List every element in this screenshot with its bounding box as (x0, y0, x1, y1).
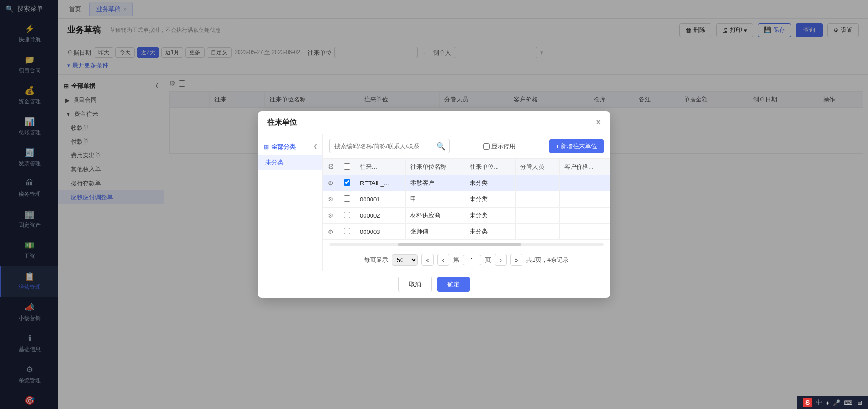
row-gear-icon[interactable]: ⚙ (328, 196, 333, 203)
search-icon[interactable]: 🔍 (433, 139, 449, 153)
prev-page-btn[interactable]: ‹ (437, 254, 449, 266)
th-settings: ⚙ (323, 159, 339, 175)
row-manager-cell (516, 175, 560, 191)
row-settings-cell: ⚙ (323, 208, 339, 224)
taskbar-cn-icon: 中 (816, 398, 822, 407)
th-category: 往来单位... (465, 159, 516, 175)
row-checkbox[interactable] (344, 212, 350, 218)
row-checkbox-cell (339, 175, 355, 191)
row-name-cell: 材料供应商 (405, 208, 465, 224)
dialog-header: 往来单位 × (258, 111, 610, 134)
row-category-cell: 未分类 (465, 191, 516, 208)
confirm-label: 确定 (447, 281, 459, 288)
page-input[interactable] (463, 255, 481, 265)
dialog-left-header-label: 全部分类 (271, 143, 296, 151)
th-checkbox (339, 159, 355, 175)
row-checkbox-cell (339, 224, 355, 240)
page-unit: 页 (485, 256, 491, 264)
row-price-cell (560, 191, 610, 208)
total-label: 共1页，4条记录 (526, 256, 569, 264)
per-page-label: 每页显示 (364, 256, 388, 264)
dialog-toolbar: 🔍 显示停用 + 新增往来单位 (323, 134, 610, 158)
show-disabled-label: 显示停用 (491, 142, 516, 151)
row-checkbox[interactable] (344, 179, 350, 186)
brand-icon: S (803, 398, 812, 407)
row-code-cell: 000001 (355, 191, 406, 208)
taskbar: S 中 ♦ 🎤 ⌨ 🖥 (797, 396, 868, 409)
dialog-right-panel: 🔍 显示停用 + 新增往来单位 ⚙ (323, 134, 610, 271)
dialog-left-unclassified[interactable]: 未分类 (258, 155, 322, 170)
dialog-search-input[interactable] (330, 140, 433, 152)
row-checkbox-cell (339, 208, 355, 224)
dialog-overlay: 往来单位 × ⊞ 全部分类 《 未分类 (0, 0, 868, 409)
dialog-table-row[interactable]: ⚙ 000003 张师傅 未分类 (323, 224, 610, 240)
row-code-cell: 000003 (355, 224, 406, 240)
row-code-cell: 000002 (355, 208, 406, 224)
row-gear-icon[interactable]: ⚙ (328, 212, 333, 219)
row-name-cell: 甲 (405, 191, 465, 208)
confirm-button[interactable]: 确定 (437, 277, 470, 292)
row-price-cell (560, 208, 610, 224)
row-gear-icon[interactable]: ⚙ (328, 180, 333, 187)
row-checkbox[interactable] (344, 195, 350, 202)
dialog-pagination: 每页显示 50 20 100 « ‹ 第 页 › » 共1页，4条记录 (323, 249, 610, 271)
row-price-cell (560, 224, 610, 240)
last-page-btn[interactable]: » (510, 254, 522, 266)
dialog-table-row[interactable]: ⚙ 000002 材料供应商 未分类 (323, 208, 610, 224)
dialog-table-wrap: ⚙ 往来... 往来单位名称 往来单位... 分管人员 客户价格... ⚙ (323, 158, 610, 240)
grid-icon: ⊞ (264, 144, 269, 151)
show-disabled-checkbox[interactable] (483, 143, 490, 150)
row-price-cell (560, 175, 610, 191)
show-disabled-checkbox-group: 显示停用 (483, 142, 516, 151)
th-manager: 分管人员 (516, 159, 560, 175)
per-page-select[interactable]: 50 20 100 (392, 254, 418, 266)
first-page-btn[interactable]: « (421, 254, 434, 266)
th-code: 往来... (355, 159, 406, 175)
partner-dialog: 往来单位 × ⊞ 全部分类 《 未分类 (258, 111, 610, 298)
dialog-select-all[interactable] (344, 163, 350, 170)
row-category-cell: 未分类 (465, 224, 516, 240)
dialog-footer: 取消 确定 (258, 271, 610, 298)
row-category-cell: 未分类 (465, 208, 516, 224)
cancel-label: 取消 (409, 281, 421, 288)
page-label: 第 (453, 256, 459, 264)
th-price: 客户价格... (560, 159, 610, 175)
row-settings-cell: ⚙ (323, 175, 339, 191)
taskbar-diamond-icon: ♦ (826, 399, 829, 406)
dialog-left-panel: ⊞ 全部分类 《 未分类 (258, 134, 323, 271)
table-gear-icon[interactable]: ⚙ (328, 163, 334, 170)
row-checkbox[interactable] (344, 228, 350, 234)
dleft-item-label: 未分类 (265, 159, 283, 166)
row-settings-cell: ⚙ (323, 191, 339, 208)
add-partner-button[interactable]: + 新增往来单位 (549, 139, 604, 153)
row-name-cell: 零散客户 (405, 175, 465, 191)
cancel-button[interactable]: 取消 (398, 277, 432, 292)
dialog-table: ⚙ 往来... 往来单位名称 往来单位... 分管人员 客户价格... ⚙ (323, 158, 610, 240)
taskbar-keyboard-icon: ⌨ (844, 399, 853, 406)
th-name: 往来单位名称 (405, 159, 465, 175)
row-settings-cell: ⚙ (323, 224, 339, 240)
dialog-table-row[interactable]: ⚙ RETAIL_... 零散客户 未分类 (323, 175, 610, 191)
row-code-cell: RETAIL_... (355, 175, 406, 191)
row-name-cell: 张师傅 (405, 224, 465, 240)
row-checkbox-cell (339, 191, 355, 208)
collapse-left-icon[interactable]: 《 (311, 143, 317, 151)
dialog-body: ⊞ 全部分类 《 未分类 🔍 显示停用 (258, 134, 610, 271)
dialog-close-button[interactable]: × (596, 118, 601, 127)
dialog-title: 往来单位 (267, 118, 297, 127)
dialog-left-header[interactable]: ⊞ 全部分类 《 (258, 139, 322, 155)
row-category-cell: 未分类 (465, 175, 516, 191)
add-partner-label: + 新增往来单位 (556, 143, 597, 150)
taskbar-mic-icon: 🎤 (833, 399, 840, 406)
dialog-table-row[interactable]: ⚙ 000001 甲 未分类 (323, 191, 610, 208)
next-page-btn[interactable]: › (495, 254, 507, 266)
row-gear-icon[interactable]: ⚙ (328, 228, 333, 235)
row-manager-cell (516, 191, 560, 208)
dialog-search-box: 🔍 (329, 139, 450, 153)
taskbar-monitor-icon: 🖥 (856, 399, 862, 406)
row-manager-cell (516, 208, 560, 224)
row-manager-cell (516, 224, 560, 240)
